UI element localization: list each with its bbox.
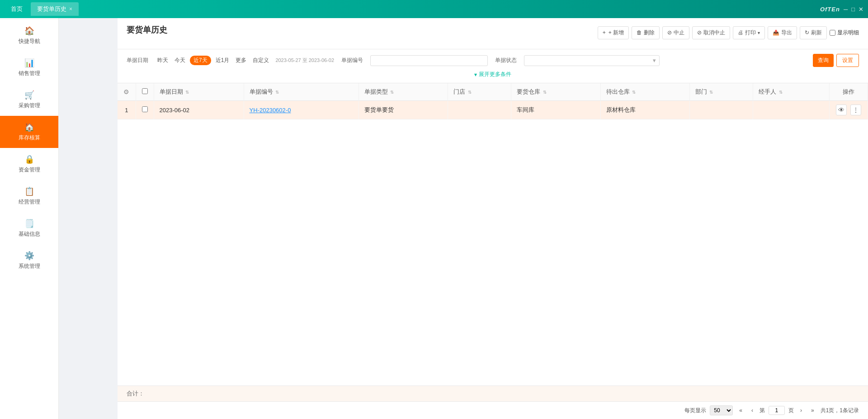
select-all-checkbox[interactable] <box>142 88 148 94</box>
sort-doctype-icon[interactable]: ⇅ <box>390 90 394 95</box>
sidebar-item-system[interactable]: ⚙️ 系统管理 <box>0 244 58 276</box>
tab-requisition-history[interactable]: 要货单历史 × <box>31 2 79 16</box>
system-icon: ⚙️ <box>24 251 34 261</box>
refresh-icon: ↻ <box>805 29 809 36</box>
sales-icon: 📊 <box>24 58 34 68</box>
page-size-select[interactable]: 50 100 200 <box>710 405 733 415</box>
total-label: 合计： <box>127 390 144 398</box>
tab-home[interactable]: 首页 <box>5 2 29 16</box>
cell-index: 1 <box>118 101 136 119</box>
add-icon: + <box>603 29 606 36</box>
date-range-display: 2023-05-27 至 2023-06-02 <box>275 57 334 64</box>
expand-row: ▾ 展开更多条件 <box>127 71 859 78</box>
export-icon: 📤 <box>773 29 779 36</box>
cell-checkbox[interactable] <box>136 101 154 119</box>
toolbar-actions: + + 新增 🗑 删除 ⊘ 中止 ⊘ 取消中止 🖨 打印 <box>598 26 859 39</box>
sort-department-icon[interactable]: ⇅ <box>709 90 713 95</box>
stop-button[interactable]: ⊘ 中止 <box>662 26 689 39</box>
inventory-icon: 🏠 <box>24 122 34 132</box>
first-page-button[interactable]: « <box>736 406 745 414</box>
th-date-label: 单据日期 <box>160 88 183 95</box>
sort-handler-icon[interactable]: ⇅ <box>779 90 783 95</box>
sidebar-item-sales[interactable]: 📊 销售管理 <box>0 52 58 84</box>
th-req-warehouse-label: 要货仓库 <box>517 88 540 95</box>
sidebar-item-purchase[interactable]: 🛒 采购管理 <box>0 84 58 116</box>
row-checkbox[interactable] <box>142 106 148 112</box>
window-restore-button[interactable]: □ <box>851 6 855 13</box>
sidebar-item-finance[interactable]: 🔒 资金管理 <box>0 148 58 180</box>
window-minimize-button[interactable]: ─ <box>844 6 848 13</box>
delete-icon: 🗑 <box>637 29 642 36</box>
sidebar-item-operations[interactable]: 📋 经营管理 <box>0 180 58 212</box>
sort-docno-icon[interactable]: ⇅ <box>275 90 279 95</box>
cancel-stop-button[interactable]: ⊘ 取消中止 <box>692 26 730 39</box>
table-area: ⚙ 单据日期 ⇅ 单据编号 ⇅ 单据类型 ⇅ <box>118 83 868 386</box>
cell-pending-warehouse: 原材料仓库 <box>600 101 689 119</box>
export-button[interactable]: 📤 导出 <box>768 26 797 39</box>
display-detail-checkbox[interactable] <box>830 30 835 36</box>
th-pending-warehouse-label: 待出仓库 <box>606 88 630 95</box>
tab-home-label: 首页 <box>11 5 23 13</box>
print-button[interactable]: 🖨 打印 ▾ <box>733 26 765 39</box>
date-btn-yesterday[interactable]: 昨天 <box>156 56 170 65</box>
next-page-button[interactable]: › <box>797 406 805 414</box>
topbar: 首页 要货单历史 × OfTEn ─ □ ✕ <box>0 0 868 18</box>
cell-req-warehouse: 车间库 <box>511 101 600 119</box>
sidebar-item-label: 库存核算 <box>19 134 40 142</box>
sidebar-item-basic[interactable]: 🗒️ 基础信息 <box>0 212 58 244</box>
sidebar-item-label: 基础信息 <box>19 230 40 238</box>
tab-close-icon[interactable]: × <box>69 6 72 12</box>
sort-date-icon[interactable]: ⇅ <box>185 90 189 95</box>
cell-date: 2023-06-02 <box>154 101 244 119</box>
th-doctype: 单据类型 ⇅ <box>359 83 448 101</box>
docno-input[interactable] <box>370 55 488 66</box>
sidebar-item-label: 系统管理 <box>19 262 40 270</box>
add-button[interactable]: + + 新增 <box>598 26 629 39</box>
table-row: 1 2023-06-02 YH-20230602-0 要货单要货 车间库 原材料… <box>118 101 868 119</box>
page-number-input[interactable] <box>769 406 785 415</box>
date-btn-1month[interactable]: 近1月 <box>214 56 231 65</box>
expand-icon: ▾ <box>474 71 477 78</box>
last-page-button[interactable]: » <box>808 406 817 414</box>
page-title: 要货单历史 <box>127 24 167 35</box>
docno-link[interactable]: YH-20230602-0 <box>250 107 291 114</box>
delete-button[interactable]: 🗑 删除 <box>632 26 660 39</box>
brand-label: OfTEn <box>820 6 840 13</box>
column-settings-icon[interactable]: ⚙ <box>123 88 129 95</box>
display-detail-checkbox-wrap[interactable]: 显示明细 <box>830 29 859 37</box>
th-docno-label: 单据编号 <box>250 88 273 95</box>
query-button[interactable]: 查询 <box>813 54 834 67</box>
settings-button[interactable]: 设置 <box>836 54 859 67</box>
print-dropdown-icon: ▾ <box>758 30 760 35</box>
sort-req-warehouse-icon[interactable]: ⇅ <box>543 90 547 95</box>
refresh-button[interactable]: ↻ 刷新 <box>800 26 827 39</box>
date-btn-7days[interactable]: 近7天 <box>190 56 211 65</box>
date-btn-more[interactable]: 更多 <box>234 56 248 65</box>
print-icon: 🖨 <box>738 29 743 36</box>
date-filter-label: 单据日期 <box>127 57 148 64</box>
th-store: 门店 ⇅ <box>448 83 511 101</box>
cell-docno[interactable]: YH-20230602-0 <box>244 101 359 119</box>
sidebar-item-label: 经营管理 <box>19 198 40 206</box>
expand-more-button[interactable]: ▾ 展开更多条件 <box>474 71 511 78</box>
window-close-button[interactable]: ✕ <box>859 6 863 13</box>
sort-pending-warehouse-icon[interactable]: ⇅ <box>632 90 636 95</box>
sort-store-icon[interactable]: ⇅ <box>468 90 472 95</box>
th-date: 单据日期 ⇅ <box>154 83 244 101</box>
th-store-label: 门店 <box>453 88 465 95</box>
date-btn-today[interactable]: 今天 <box>173 56 187 65</box>
row-more-button[interactable]: ⋮ <box>850 105 861 115</box>
table-header-row: ⚙ 单据日期 ⇅ 单据编号 ⇅ 单据类型 ⇅ <box>118 83 868 101</box>
query-buttons: 查询 设置 <box>813 54 859 67</box>
status-select-wrap: ▾ <box>524 55 660 66</box>
prev-page-button[interactable]: ‹ <box>749 406 756 414</box>
sidebar-item-label: 快捷导航 <box>19 38 40 45</box>
sidebar-item-inventory[interactable]: 🏠 库存核算 <box>0 116 58 148</box>
cell-department <box>689 101 753 119</box>
status-select[interactable] <box>524 55 660 66</box>
topbar-right: OfTEn ─ □ ✕ <box>820 6 863 13</box>
home-icon: 🏠 <box>24 26 34 36</box>
row-view-button[interactable]: 👁 <box>836 105 847 115</box>
date-btn-custom[interactable]: 自定义 <box>251 56 271 65</box>
sidebar-item-home[interactable]: 🏠 快捷导航 <box>0 19 58 52</box>
